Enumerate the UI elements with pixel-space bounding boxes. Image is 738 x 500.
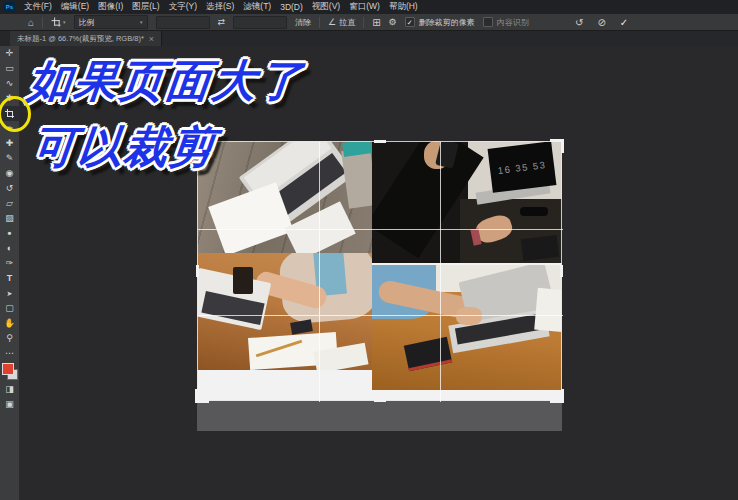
crop-settings-gear-icon[interactable]: ⚙ (389, 17, 397, 27)
annotation-line-1: 如果页面大了 (25, 52, 307, 111)
crop-height-input[interactable] (233, 16, 287, 29)
tool-dodge[interactable]: ◐ (0, 241, 19, 256)
tool-rectangular-marquee[interactable]: ▭ (0, 61, 19, 76)
blur-icon: ⚫ (7, 230, 13, 237)
tool-zoom[interactable]: ⚲ (0, 331, 19, 346)
photoshop-window: Ps 文件(F) 编辑(E) 图像(I) 图层(L) 文字(Y) 选择(S) 滤… (0, 0, 738, 500)
commit-crop-icon[interactable]: ✓ (620, 17, 628, 28)
separator (319, 17, 320, 28)
menu-edit[interactable]: 编辑(E) (61, 1, 89, 13)
menu-select[interactable]: 选择(S) (206, 1, 234, 13)
tool-gradient[interactable]: ▨ (0, 211, 19, 226)
tool-clone-stamp[interactable]: ◉ (0, 166, 19, 181)
tool-brush[interactable]: ✎ (0, 151, 19, 166)
menu-type[interactable]: 文字(Y) (169, 1, 197, 13)
ellipsis-icon: ⋯ (5, 349, 14, 358)
overlay-options-icon[interactable]: ⊞ (372, 17, 380, 28)
gradient-icon: ▨ (5, 214, 14, 223)
tool-spot-healing[interactable]: ✚ (0, 136, 19, 151)
clear-button[interactable]: 清除 (295, 17, 311, 28)
close-tab-icon[interactable]: × (149, 34, 154, 44)
quick-mask-button[interactable]: ◨ (0, 382, 19, 397)
tool-move[interactable]: ✛ (0, 46, 19, 61)
ratio-preset-dropdown[interactable]: 比例 ▾ (74, 15, 148, 29)
menu-view[interactable]: 视图(V) (312, 1, 340, 13)
menu-file[interactable]: 文件(F) (24, 1, 52, 13)
dodge-icon: ◐ (7, 244, 12, 253)
document-tab[interactable]: 未标题-1 @ 66.7%(裁剪预览, RGB/8)* × (10, 31, 162, 46)
caret-icon: ▾ (140, 19, 143, 25)
active-tool-button[interactable]: ▾ (51, 17, 66, 27)
crop-tool-icon (52, 18, 61, 27)
color-swatches[interactable] (2, 363, 18, 380)
options-bar: ⌂ ▾ 比例 ▾ ⇄ 清除 ∠ 拉直 ⊞ ⚙ ✓ 删除裁剪的像素 内容识别 ↺ … (0, 14, 738, 31)
path-selection-icon: ➤ (7, 290, 13, 297)
zoom-icon: ⚲ (6, 334, 13, 343)
document-tab-title: 未标题-1 @ 66.7%(裁剪预览, RGB/8)* (17, 34, 144, 44)
straighten-icon[interactable]: ∠ (328, 17, 336, 27)
content-aware-checkbox[interactable] (483, 17, 493, 27)
separator (42, 17, 43, 28)
content-aware-label[interactable]: 内容识别 (497, 17, 529, 28)
tool-blur[interactable]: ⚫ (0, 226, 19, 241)
menu-help[interactable]: 帮助(H) (389, 1, 418, 13)
hand-icon: ✋ (4, 319, 15, 328)
swap-dimensions-icon[interactable]: ⇄ (218, 17, 226, 27)
eraser-icon: ▱ (6, 199, 13, 208)
crop-shield-area (197, 401, 562, 431)
ratio-label: 比例 (79, 17, 95, 28)
tool-history-brush[interactable]: ↺ (0, 181, 19, 196)
crop-grid-line (440, 142, 441, 402)
tool-lasso[interactable]: ∿ (0, 76, 19, 91)
marquee-icon: ▭ (5, 64, 14, 73)
tool-path-selection[interactable]: ➤ (0, 286, 19, 301)
reset-crop-icon[interactable]: ↺ (575, 17, 583, 28)
photoshop-logo-icon: Ps (4, 2, 15, 12)
history-brush-icon: ↺ (6, 184, 14, 193)
crop-width-input[interactable] (156, 16, 210, 29)
cancel-crop-icon[interactable]: ⊘ (597, 17, 605, 28)
straighten-button[interactable]: 拉直 (339, 17, 355, 28)
menu-bar: Ps 文件(F) 编辑(E) 图像(I) 图层(L) 文字(Y) 选择(S) 滤… (0, 0, 738, 14)
type-icon: T (7, 274, 13, 283)
crop-bounding-box[interactable] (197, 141, 562, 401)
edit-toolbar-button[interactable]: ⋯ (0, 346, 19, 361)
crop-handle-top[interactable] (374, 140, 386, 143)
crop-handle-top-right[interactable] (550, 139, 564, 153)
crop-handle-left[interactable] (196, 265, 199, 277)
clone-stamp-icon: ◉ (6, 169, 14, 178)
crop-handle-right[interactable] (560, 265, 563, 277)
crop-grid-line (198, 229, 563, 230)
tool-shape[interactable]: ▢ (0, 301, 19, 316)
crop-tool-highlight-circle (0, 96, 31, 132)
tool-eraser[interactable]: ▱ (0, 196, 19, 211)
document-canvas[interactable]: 16 35 53 (197, 141, 562, 431)
menu-filter[interactable]: 滤镜(T) (243, 1, 271, 13)
crop-handle-bottom-left[interactable] (195, 389, 209, 403)
healing-icon: ✚ (6, 139, 14, 148)
crop-handle-bottom[interactable] (374, 399, 386, 402)
screen-mode-button[interactable]: ▣ (0, 397, 19, 412)
foreground-color-swatch[interactable] (2, 363, 14, 375)
screen-mode-icon: ▣ (5, 400, 14, 409)
pen-icon: ✑ (6, 259, 14, 268)
menu-3d[interactable]: 3D(D) (280, 2, 303, 12)
check-icon: ✓ (407, 19, 413, 26)
home-icon[interactable]: ⌂ (28, 17, 34, 28)
separator (363, 17, 364, 28)
delete-cropped-pixels-checkbox[interactable]: ✓ (405, 17, 415, 27)
tool-pen[interactable]: ✑ (0, 256, 19, 271)
tab-bar: 未标题-1 @ 66.7%(裁剪预览, RGB/8)* × (0, 31, 738, 46)
menu-image[interactable]: 图像(I) (98, 1, 123, 13)
move-icon: ✛ (6, 49, 14, 58)
annotation-line-2: 可以裁剪 (29, 118, 219, 177)
lasso-icon: ∿ (6, 79, 14, 88)
tool-hand[interactable]: ✋ (0, 316, 19, 331)
tool-type[interactable]: T (0, 271, 19, 286)
quick-mask-icon: ◨ (5, 385, 14, 394)
menu-window[interactable]: 窗口(W) (349, 1, 380, 13)
crop-grid-line (319, 142, 320, 402)
crop-handle-bottom-right[interactable] (550, 389, 564, 403)
delete-cropped-pixels-label[interactable]: 删除裁剪的像素 (419, 17, 475, 28)
menu-layer[interactable]: 图层(L) (132, 1, 159, 13)
